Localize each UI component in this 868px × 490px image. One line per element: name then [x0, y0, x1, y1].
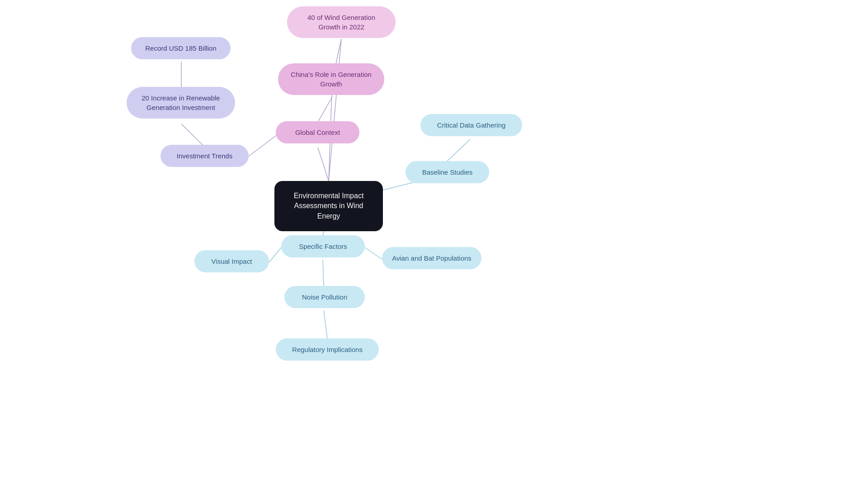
svg-line-5	[246, 135, 277, 158]
baseline-studies-node[interactable]: Baseline Studies	[406, 161, 489, 183]
svg-line-4	[318, 147, 329, 181]
svg-line-9	[446, 139, 470, 162]
svg-line-11	[269, 247, 281, 262]
center-node[interactable]: Environmental Impact Assessments in Wind…	[274, 181, 383, 231]
svg-line-6	[181, 124, 203, 146]
renewable-investment-node[interactable]: 20 Increase in Renewable Generation Inve…	[127, 87, 235, 119]
mind-map: Environmental Impact Assessments in Wind…	[0, 0, 868, 490]
specific-factors-node[interactable]: Specific Factors	[281, 235, 365, 257]
investment-trends-node[interactable]: Investment Trends	[160, 145, 249, 167]
critical-data-node[interactable]: Critical Data Gathering	[420, 114, 522, 136]
record-usd-node[interactable]: Record USD 185 Billion	[131, 37, 231, 59]
global-context-node[interactable]: Global Context	[276, 121, 359, 143]
svg-line-12	[365, 247, 382, 259]
svg-line-14	[324, 310, 327, 338]
visual-impact-node[interactable]: Visual Impact	[194, 250, 269, 272]
regulatory-node[interactable]: Regulatory Implications	[276, 338, 379, 361]
svg-line-0	[329, 39, 341, 181]
noise-pollution-node[interactable]: Noise Pollution	[284, 286, 365, 308]
avian-bat-node[interactable]: Avian and Bat Populations	[382, 247, 481, 269]
svg-line-13	[323, 260, 324, 286]
chinas-role-node[interactable]: China's Role in Generation Growth	[278, 63, 384, 95]
wind-growth-node[interactable]: 40 of Wind Generation Growth in 2022	[287, 6, 396, 38]
svg-line-3	[318, 97, 332, 122]
connections-svg	[0, 0, 868, 490]
